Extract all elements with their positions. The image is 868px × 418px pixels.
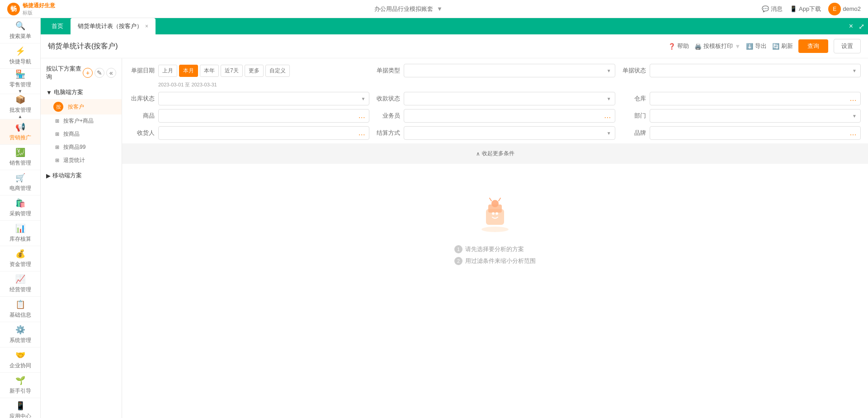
filter-salesperson: 业务员 … <box>375 109 615 123</box>
product-dots[interactable]: … <box>358 112 365 120</box>
scheme-item-return-stats[interactable]: ⊞ 退货统计 <box>41 154 122 167</box>
svg-point-7 <box>495 212 498 215</box>
sidebar-item-retail[interactable]: 🏪 零售管理 ▼ <box>0 69 40 94</box>
scheme-item-by-customer-product[interactable]: ⊞ 按客户+商品 <box>41 114 122 128</box>
content-body: 按以下方案查询 + ✎ « ▼ 电脑端方案 按 <box>41 58 868 418</box>
scheme-item-by-product-99[interactable]: ⊞ 按商品99 <box>41 141 122 154</box>
date-custom[interactable]: 自定义 <box>265 65 290 77</box>
warehouse-select[interactable]: … <box>650 92 861 105</box>
sidebar-item-wholesale[interactable]: 📦 批发管理 ▲ <box>0 94 40 119</box>
sidebar-item-operation[interactable]: 📈 经营管理 <box>0 271 40 297</box>
warehouse-dots[interactable]: … <box>849 95 857 103</box>
date-control: 上月 本月 本年 近7天 更多 自定义 <box>158 65 369 77</box>
refresh-button[interactable]: 🔄 刷新 <box>772 42 793 50</box>
date-this-month[interactable]: 本月 <box>179 65 198 77</box>
bill-type-select[interactable]: ▼ <box>404 64 615 77</box>
date-this-year[interactable]: 本年 <box>200 65 219 77</box>
scheme-panel-header: 按以下方案查询 + ✎ « <box>41 62 122 84</box>
sidebar-item-sales[interactable]: 💹 销售管理 <box>0 145 40 170</box>
sidebar-item-purchase[interactable]: 🛍️ 采购管理 <box>0 195 40 221</box>
app-download-button[interactable]: 📱 App下载 <box>790 5 821 13</box>
tab-home[interactable]: 首页 <box>44 18 71 34</box>
filter-brand: 品牌 … <box>621 126 861 140</box>
bill-status-label: 单据状态 <box>621 66 646 75</box>
filter-date: 单据日期 上月 本月 本年 近7天 更多 自定义 <box>129 64 369 77</box>
payment-select[interactable]: ▼ <box>404 126 615 140</box>
product-select[interactable]: … <box>158 109 369 123</box>
scheme-add-button[interactable]: + <box>83 68 93 78</box>
scheme-item-by-product[interactable]: ⊞ 按商品 <box>41 128 122 141</box>
sidebar-item-system[interactable]: ⚙️ 系统管理 <box>0 322 40 347</box>
print-button[interactable]: 🖨️ 按模板打印 ▼ <box>694 42 741 50</box>
filter-dept: 部门 ▼ <box>621 109 861 123</box>
collapse-bar: ∧ 收起更多条件 <box>122 143 868 164</box>
message-button[interactable]: 💬 消息 <box>762 5 783 13</box>
filter-row-3: 商品 … 业务员 … <box>129 109 861 123</box>
window-close-icon[interactable]: × <box>849 22 853 31</box>
sidebar-item-quicknav[interactable]: ⚡ 快捷导航 <box>0 43 40 69</box>
purchase-icon: 🛍️ <box>15 198 25 208</box>
receipt-status-arrow-icon: ▼ <box>607 96 611 101</box>
bill-status-arrow-icon: ▼ <box>852 68 857 73</box>
search-icon: 🔍 <box>15 21 25 31</box>
sidebar-item-finance[interactable]: 💰 资金管理 <box>0 246 40 271</box>
scheme-panel-title: 按以下方案查询 <box>46 65 83 81</box>
receiver-dots[interactable]: … <box>358 129 365 137</box>
logo-area: 畅 畅捷通好生意 标版 <box>7 2 55 16</box>
receiver-select[interactable]: … <box>158 126 369 140</box>
sidebar-item-basic[interactable]: 📋 基础信息 <box>0 297 40 322</box>
help-button[interactable]: ❓ 帮助 <box>668 42 689 50</box>
date-last-7[interactable]: 近7天 <box>221 65 243 77</box>
topbar-center: 办公用品行业模拟账套 ▼ <box>374 5 443 13</box>
page-title: 销货单统计表(按客户) <box>48 42 118 51</box>
out-status-arrow-icon: ▼ <box>361 96 365 101</box>
scheme-item-icon: ⊞ <box>53 157 61 164</box>
salesperson-select[interactable]: … <box>404 109 615 123</box>
settings-button[interactable]: 设置 <box>834 39 861 53</box>
dept-select[interactable]: ▼ <box>650 109 861 123</box>
industry-arrow[interactable]: ▼ <box>437 5 443 12</box>
collapse-up-icon: ∧ <box>476 151 480 157</box>
avatar: E <box>828 3 841 15</box>
salesperson-dots[interactable]: … <box>604 112 611 120</box>
receipt-status-select[interactable]: ▼ <box>404 92 615 105</box>
sidebar-item-newbie[interactable]: 🌱 新手引导 <box>0 373 40 398</box>
bill-status-select[interactable]: ▼ <box>650 64 861 77</box>
tab-close-icon[interactable]: × <box>145 23 148 29</box>
sidebar-item-appcenter[interactable]: 📱 应用中心 <box>0 398 40 418</box>
date-last-month[interactable]: 上月 <box>158 65 177 77</box>
sidebar-item-ecommerce[interactable]: 🛒 电商管理 <box>0 170 40 195</box>
export-button[interactable]: ⬇️ 导出 <box>746 42 767 50</box>
tab-active[interactable]: 销货单统计表（按客户） × <box>71 18 156 34</box>
filter-bill-type: 单据类型 ▼ <box>375 64 615 77</box>
scheme-group-desktop-header[interactable]: ▼ 电脑端方案 <box>41 86 122 99</box>
scheme-collapse-button[interactable]: « <box>106 68 116 78</box>
filter-warehouse: 仓库 … <box>621 92 861 105</box>
window-max-icon[interactable]: ⤢ <box>859 22 864 31</box>
sidebar-item-inventory[interactable]: 📊 库存核算 <box>0 221 40 246</box>
brand-dots[interactable]: … <box>849 129 857 137</box>
scheme-edit-button[interactable]: ✎ <box>94 68 104 78</box>
refresh-icon: 🔄 <box>772 43 779 50</box>
industry-label: 办公用品行业模拟账套 <box>374 5 433 13</box>
topbar-left: 畅 畅捷通好生意 标版 <box>7 2 55 16</box>
bill-type-arrow-icon: ▼ <box>607 68 611 73</box>
scheme-group-mobile-header[interactable]: ▶ 移动端方案 <box>41 169 122 182</box>
date-more[interactable]: 更多 <box>245 65 264 77</box>
logo-icon: 畅 <box>7 3 20 15</box>
scheme-item-by-customer[interactable]: 按 按客户 <box>41 99 122 114</box>
sidebar-item-search[interactable]: 🔍 搜索菜单 <box>0 18 40 43</box>
basic-icon: 📋 <box>15 299 25 309</box>
user-menu[interactable]: E demo2 <box>828 3 861 15</box>
scheme-group-mobile: ▶ 移动端方案 <box>41 169 122 182</box>
svg-point-6 <box>492 212 495 215</box>
query-button[interactable]: 查询 <box>798 39 828 53</box>
quicknav-icon: ⚡ <box>15 46 25 56</box>
brand-select[interactable]: … <box>650 126 861 140</box>
scheme-item-icon: ⊞ <box>53 131 61 138</box>
out-status-select[interactable]: ▼ <box>158 92 369 105</box>
sidebar-item-enterprise[interactable]: 🤝 企业协同 <box>0 347 40 373</box>
filter-row-2: 出库状态 ▼ 收款状态 ▼ <box>129 92 861 105</box>
sidebar-item-marketing[interactable]: 📢 营销推广 <box>0 119 40 145</box>
collapse-button[interactable]: ∧ 收起更多条件 <box>125 146 865 161</box>
